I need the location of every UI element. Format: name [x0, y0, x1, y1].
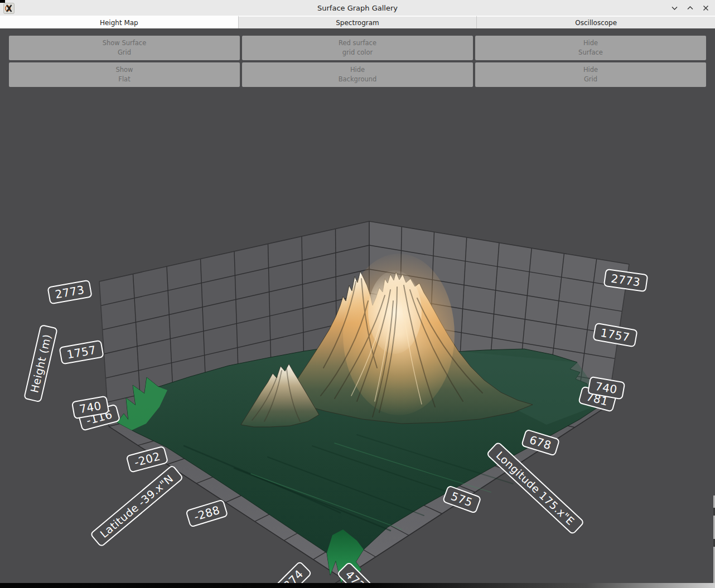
desktop-strip-bottom [0, 583, 715, 588]
surface-3d-viewport[interactable] [0, 0, 715, 560]
window-corner-notch [0, 0, 5, 3]
height-map-page: Show SurfaceGrid Red surfacegrid color H… [0, 28, 715, 588]
surface-plot [0, 0, 715, 588]
app-window: Surface Graph Gallery Height Map Spectro… [0, 0, 715, 588]
